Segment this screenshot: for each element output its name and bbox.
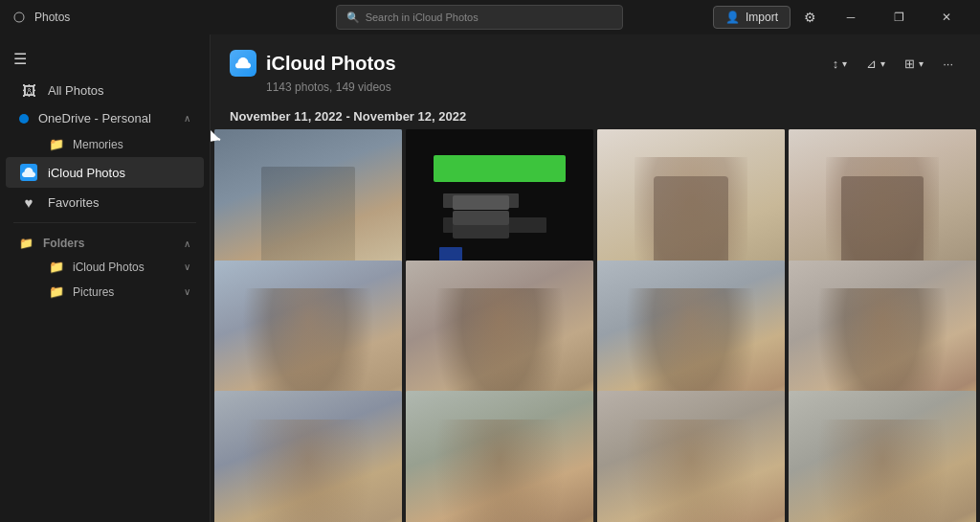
view-arrow-icon: ▾ xyxy=(919,58,924,69)
sidebar-item-label: iCloud Photos xyxy=(73,261,176,274)
title-bar-right: 👤 Import ⚙ ─ ❐ ✕ xyxy=(713,0,969,34)
content-subtitle: 1143 photos, 149 videos xyxy=(230,80,961,94)
memories-icon: 📁 xyxy=(48,137,65,151)
sidebar-item-label: Folders xyxy=(43,237,174,250)
search-placeholder: Search in iCloud Photos xyxy=(366,11,479,23)
search-icon: 🔍 xyxy=(346,11,360,24)
sidebar-divider xyxy=(13,222,196,223)
favorites-icon: ♥ xyxy=(19,194,38,211)
sidebar-item-icloud-folder[interactable]: 📁 iCloud Photos ∨ xyxy=(6,255,204,279)
title-bar: Photos 🔍 Search in iCloud Photos 👤 Impor… xyxy=(0,0,980,34)
photo-cell[interactable] xyxy=(597,391,785,522)
svg-rect-0 xyxy=(11,10,27,25)
content-title-row: iCloud Photos ↕ ▾ ⊿ ▾ ⊞ ▾ xyxy=(230,50,961,77)
chevron-down-icon: ∨ xyxy=(184,286,190,297)
folder-icon: 📁 xyxy=(48,260,65,274)
chevron-up-icon: ∧ xyxy=(184,238,190,249)
photo-cell[interactable] xyxy=(214,391,402,522)
icloud-icon xyxy=(19,163,38,182)
sidebar-item-favorites[interactable]: ♥ Favorites xyxy=(6,189,204,216)
settings-button[interactable]: ⚙ xyxy=(794,4,825,31)
sidebar: ☰ 🖼 All Photos OneDrive - Personal ∧ 📁 M… xyxy=(0,34,211,522)
folder-section-icon: 📁 xyxy=(19,237,33,250)
hamburger-icon: ☰ xyxy=(13,51,27,67)
view-button[interactable]: ⊞ ▾ xyxy=(897,53,931,75)
page-title: iCloud Photos xyxy=(266,53,396,75)
photo-grid xyxy=(211,129,980,522)
view-icon: ⊞ xyxy=(904,57,915,71)
content-header: iCloud Photos ↕ ▾ ⊿ ▾ ⊞ ▾ xyxy=(211,34,980,102)
date-range: November 11, 2022 - November 12, 2022 xyxy=(211,102,980,129)
onedrive-icon xyxy=(19,114,29,124)
main-layout: ☰ 🖼 All Photos OneDrive - Personal ∧ 📁 M… xyxy=(0,34,980,522)
filter-button[interactable]: ⊿ ▾ xyxy=(858,53,893,75)
app-title: Photos xyxy=(34,11,70,24)
search-bar[interactable]: 🔍 Search in iCloud Photos xyxy=(336,5,623,30)
sidebar-item-label: Favorites xyxy=(48,195,190,210)
sidebar-section-folders[interactable]: 📁 Folders ∧ xyxy=(6,229,204,254)
import-icon: 👤 xyxy=(725,11,740,24)
content-title: iCloud Photos xyxy=(230,50,396,77)
chevron-up-icon: ∧ xyxy=(184,113,190,124)
title-bar-left: Photos xyxy=(11,10,245,25)
app-logo-icon xyxy=(11,10,27,25)
more-icon: ··· xyxy=(943,57,953,71)
import-button[interactable]: 👤 Import xyxy=(713,6,791,29)
minimize-button[interactable]: ─ xyxy=(829,0,873,34)
chevron-down-icon: ∨ xyxy=(184,261,190,272)
restore-button[interactable]: ❐ xyxy=(877,0,921,34)
photo-cell[interactable] xyxy=(406,391,593,522)
sidebar-item-icloud-photos[interactable]: iCloud Photos xyxy=(6,157,204,188)
filter-icon: ⊿ xyxy=(866,57,877,71)
sidebar-item-label: All Photos xyxy=(48,83,190,98)
sort-icon: ↕ xyxy=(833,57,839,71)
sidebar-item-label: Memories xyxy=(73,138,190,151)
close-button[interactable]: ✕ xyxy=(924,0,969,34)
sidebar-item-onedrive[interactable]: OneDrive - Personal ∧ xyxy=(6,105,204,131)
sidebar-item-label: iCloud Photos xyxy=(48,166,190,180)
settings-icon: ⚙ xyxy=(804,10,816,25)
pixel-bar xyxy=(434,155,565,181)
sidebar-item-label: Pictures xyxy=(73,285,176,299)
content-toolbar: ↕ ▾ ⊿ ▾ ⊞ ▾ ··· xyxy=(825,53,961,75)
content-area: iCloud Photos ↕ ▾ ⊿ ▾ ⊞ ▾ xyxy=(211,34,980,522)
icloud-badge xyxy=(230,50,256,77)
more-button[interactable]: ··· xyxy=(935,53,961,75)
sidebar-item-memories[interactable]: 📁 Memories xyxy=(6,132,204,156)
photo-cell[interactable] xyxy=(789,391,976,522)
filter-arrow-icon: ▾ xyxy=(880,58,885,69)
sidebar-item-label: OneDrive - Personal xyxy=(38,111,174,125)
import-label: Import xyxy=(746,11,778,24)
sidebar-item-all-photos[interactable]: 🖼 All Photos xyxy=(6,77,204,104)
title-bar-center: 🔍 Search in iCloud Photos xyxy=(245,5,713,30)
sidebar-toggle[interactable]: ☰ xyxy=(0,42,210,76)
sort-button[interactable]: ↕ ▾ xyxy=(825,53,856,75)
folder-icon: 📁 xyxy=(48,284,65,299)
all-photos-icon: 🖼 xyxy=(19,82,38,99)
pixel-row1 xyxy=(443,193,518,209)
sidebar-item-pictures[interactable]: 📁 Pictures ∨ xyxy=(6,280,204,304)
sort-arrow-icon: ▾ xyxy=(842,58,847,69)
